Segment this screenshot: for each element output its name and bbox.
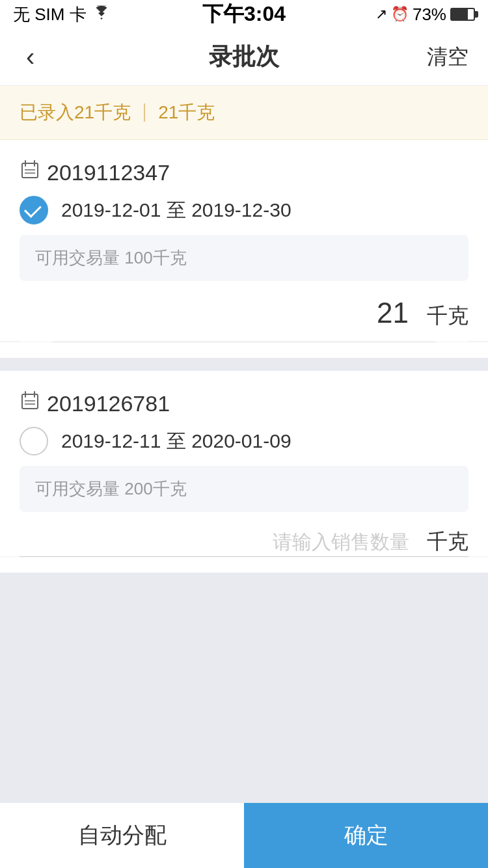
battery-text: 73% <box>413 5 446 25</box>
svg-rect-5 <box>22 394 38 409</box>
batch-1-icon <box>20 159 40 185</box>
batch-2-radio[interactable] <box>20 427 48 455</box>
battery-icon <box>450 8 475 21</box>
status-bar: 无 SIM 卡 下午3:04 ↗ ⏰ 73% <box>0 0 488 29</box>
content-area: 2019112347 2019-12-01 至 2019-12-30 可用交易量… <box>0 140 488 868</box>
auto-distribute-button[interactable]: 自动分配 <box>0 803 244 868</box>
status-left: 无 SIM 卡 <box>13 3 111 26</box>
batch-2-available: 可用交易量 200千克 <box>20 466 468 512</box>
batch-2-id: 2019126781 <box>47 391 170 416</box>
page-title: 录批次 <box>209 41 279 73</box>
batch-2-card: 2019126781 2019-12-11 至 2020-01-09 可用交易量… <box>0 371 488 512</box>
batch-1-date: 2019-12-01 至 2019-12-30 <box>61 197 291 224</box>
section-divider <box>0 358 488 371</box>
batch-1-available: 可用交易量 100千克 <box>20 235 468 281</box>
batch-1-qty-value: 21 <box>377 297 409 329</box>
batch-2-spacer <box>0 557 488 573</box>
confirm-button[interactable]: 确定 <box>244 803 488 868</box>
batch-2-date-row: 2019-12-11 至 2020-01-09 <box>20 427 468 455</box>
batch-1-date-row: 2019-12-01 至 2019-12-30 <box>20 196 468 224</box>
nav-bar: ‹ 录批次 清空 <box>0 29 488 86</box>
alarm-icon: ⏰ <box>391 6 409 23</box>
back-button[interactable]: ‹ <box>20 36 41 78</box>
batch-1-spacer <box>0 342 488 358</box>
batch-2-input-row: 千克 <box>0 512 488 556</box>
clear-button[interactable]: 清空 <box>427 43 468 72</box>
batch-2-icon <box>20 390 40 416</box>
location-icon: ↗ <box>375 6 387 23</box>
status-right: ↗ ⏰ 73% <box>375 5 475 25</box>
batch-1-header: 2019112347 <box>20 159 468 185</box>
recorded-value: 21千克 <box>158 100 215 125</box>
batch-2-header: 2019126781 <box>20 390 468 416</box>
wifi-icon <box>92 5 111 23</box>
status-time: 下午3:04 <box>202 0 286 29</box>
batch-1-radio[interactable] <box>20 196 48 224</box>
batch-1-id: 2019112347 <box>47 160 170 185</box>
svg-rect-0 <box>22 163 38 178</box>
info-banner: 已录入21千克 21千克 <box>0 86 488 140</box>
info-divider <box>144 103 145 122</box>
batch-2-date: 2019-12-11 至 2020-01-09 <box>61 428 291 455</box>
carrier-text: 无 SIM 卡 <box>13 3 87 26</box>
bottom-bar: 自动分配 确定 <box>0 803 488 868</box>
batch-1-qty-row: 21 千克 <box>0 281 488 341</box>
batch-2-qty-input[interactable] <box>224 528 419 554</box>
recorded-label: 已录入21千克 <box>20 100 131 125</box>
batch-1-qty-unit: 千克 <box>427 302 468 331</box>
batch-1-card: 2019112347 2019-12-01 至 2019-12-30 可用交易量… <box>0 140 488 281</box>
batch-2-input-unit: 千克 <box>427 528 468 556</box>
